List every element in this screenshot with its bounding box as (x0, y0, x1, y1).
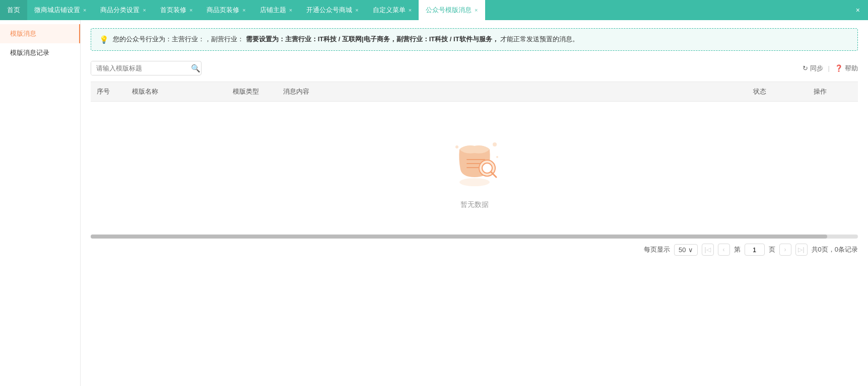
sidebar-item-template-msg[interactable]: 模版消息 (0, 24, 80, 43)
scroll-thumb (91, 235, 827, 239)
search-wrapper: 🔍 (91, 61, 202, 75)
nav-tab-openchannel[interactable]: 开通公众号商城 × (299, 0, 365, 20)
help-button[interactable]: ❓ 帮助 (835, 64, 858, 73)
total-text: 共0页，0条记录 (812, 245, 858, 254)
close-tab-weshop[interactable]: × (83, 7, 86, 13)
sidebar-item-template-msg-record[interactable]: 模版消息记录 (0, 43, 80, 62)
sidebar: 模版消息 模版消息记录 (0, 20, 81, 386)
close-tab-custommenu[interactable]: × (409, 7, 412, 13)
close-tab-theme[interactable]: × (289, 7, 292, 13)
col-action: 操作 (808, 82, 858, 102)
page-number-input[interactable] (745, 244, 765, 256)
nav-tab-custommenu[interactable]: 自定义菜单 × (366, 0, 419, 20)
top-nav: 首页 微商城店铺设置 × 商品分类设置 × 首页装修 × 商品页装修 × 店铺主… (0, 0, 868, 20)
empty-text: 暂无数据 (460, 200, 489, 209)
col-index: 序号 (91, 82, 126, 102)
page-size-select[interactable]: 50 ∨ (674, 244, 697, 256)
nav-tab-weshop[interactable]: 微商城店铺设置 × (27, 0, 93, 20)
svg-point-9 (496, 156, 498, 158)
close-tab-productpage[interactable]: × (242, 7, 245, 13)
svg-point-7 (455, 145, 458, 148)
col-name: 模版名称 (126, 82, 227, 102)
nav-tab-category[interactable]: 商品分类设置 × (93, 0, 153, 20)
sync-icon: ↻ (803, 64, 808, 72)
close-tab-templatemsg[interactable]: × (475, 7, 478, 13)
table-header: 序号 模版名称 模版类型 消息内容 状态 操作 (91, 82, 858, 102)
toolbar-divider: | (828, 64, 830, 72)
empty-row: 暂无数据 (91, 102, 858, 230)
col-type: 模版类型 (227, 82, 277, 102)
close-tab-homepage[interactable]: × (189, 7, 192, 13)
data-table: 序号 模版名称 模版类型 消息内容 状态 操作 (91, 82, 858, 229)
scroll-track[interactable] (91, 235, 858, 239)
toolbar-row: 🔍 ↻ 同步 | ❓ 帮助 (91, 61, 858, 75)
col-status: 状态 (747, 82, 808, 102)
next-page-button[interactable]: › (779, 244, 791, 256)
empty-state: 暂无数据 (91, 102, 858, 229)
svg-point-8 (493, 142, 497, 146)
svg-point-0 (459, 178, 490, 186)
page-label-before: 第 (734, 245, 741, 254)
bulb-icon: 💡 (99, 35, 109, 44)
alert-box: 💡 您的公众号行业为：主营行业：，副营行业： 需要设置为：主营行业：IT科技 /… (91, 28, 858, 51)
page-label-after: 页 (769, 245, 775, 254)
help-icon: ❓ (835, 64, 843, 72)
nav-tab-theme[interactable]: 店铺主题 × (253, 0, 299, 20)
prev-page-button[interactable]: ‹ (718, 244, 730, 256)
sync-button[interactable]: ↻ 同步 (803, 64, 823, 73)
close-tab-category[interactable]: × (143, 7, 146, 13)
last-page-button[interactable]: ▷| (795, 244, 808, 256)
nav-tab-productpage[interactable]: 商品页装修 × (199, 0, 252, 20)
toolbar-right: ↻ 同步 | ❓ 帮助 (803, 64, 858, 73)
chevron-down-icon: ∨ (688, 246, 693, 254)
search-input[interactable] (91, 61, 186, 75)
pagination: 每页显示 50 ∨ |◁ ‹ 第 页 › ▷| 共0页，0条记录 (91, 244, 858, 256)
empty-illustration (444, 132, 505, 192)
first-page-button[interactable]: |◁ (702, 244, 714, 256)
search-button[interactable]: 🔍 (186, 64, 202, 73)
nav-tab-home[interactable]: 首页 (0, 0, 27, 20)
content-area: 💡 您的公众号行业为：主营行业：，副营行业： 需要设置为：主营行业：IT科技 /… (81, 20, 868, 386)
nav-tab-templatemsg[interactable]: 公众号模版消息 × (419, 0, 485, 20)
main-layout: 模版消息 模版消息记录 💡 您的公众号行业为：主营行业：，副营行业： 需要设置为… (0, 20, 868, 386)
nav-tab-homepage[interactable]: 首页装修 × (153, 0, 199, 20)
close-tab-openchannel[interactable]: × (355, 7, 358, 13)
alert-highlight: 需要设置为：主营行业：IT科技 / 互联网|电子商务，副营行业：IT科技 / I… (246, 35, 499, 43)
page-size-label: 每页显示 (644, 245, 670, 254)
col-content: 消息内容 (277, 82, 747, 102)
table-body: 暂无数据 (91, 102, 858, 230)
close-all-button[interactable]: × (848, 0, 868, 20)
